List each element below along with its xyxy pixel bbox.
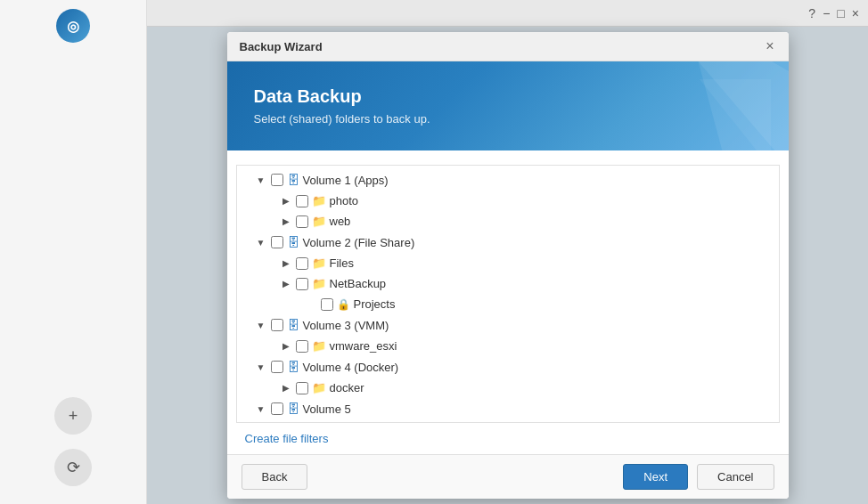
item-label: Volume 5 [303,402,351,416]
item-label: photo [330,194,359,207]
expand-icon[interactable]: ▶ [280,195,292,207]
volume-icon: 🗄 [287,173,299,187]
add-button[interactable]: + [54,397,92,435]
item-label: Volume 4 (Docker) [303,361,399,374]
tree-item: 🔒 Projects [255,294,770,314]
volume-icon: 🗄 [287,360,299,374]
item-label: Volume 1 (Apps) [303,174,389,187]
tree-checkbox[interactable] [271,174,283,186]
expand-icon[interactable]: ▶ [280,278,292,290]
expand-icon[interactable]: ▼ [255,236,267,248]
history-button[interactable]: ⟳ [54,449,92,486]
folder-tree[interactable]: ▼ 🗄 Volume 1 (Apps) ▶ 📁 photo ▶ [236,165,780,423]
tree-item: ▶ 📁 NetBackup [255,273,770,294]
modal-titlebar: Backup Wizard × [227,32,789,61]
expand-icon[interactable]: ▼ [255,174,267,186]
tree-checkbox[interactable] [271,361,283,373]
volume-icon: 🗄 [287,318,299,332]
item-label: Volume 3 (VMM) [303,319,389,332]
tree-item: ▶ 📁 photo [255,191,770,211]
help-icon[interactable]: ? [808,6,815,20]
tree-item: ▼ 🗄 Volume 4 (Docker) [255,356,770,378]
item-label: Projects [354,297,396,311]
app-logo: ◎ [56,9,90,43]
maximize-icon[interactable]: □ [837,6,844,20]
tree-checkbox[interactable] [296,340,308,353]
volume-icon: 🗄 [287,402,299,416]
tree-checkbox[interactable] [296,278,308,290]
topbar: ? − □ × [147,0,868,27]
folder-icon: 📁 [312,339,326,353]
folder-icon: 📁 [312,194,326,207]
create-file-filters-link[interactable]: Create file filters [245,432,329,445]
close-icon[interactable]: × [852,6,859,20]
history-icon: ⟳ [67,458,80,477]
tree-checkbox[interactable] [296,215,308,228]
tree-item: ▼ 🗄 Volume 5 [255,398,770,419]
back-button[interactable]: Back [242,464,308,490]
tree-item: ▶ 📁 web [255,211,770,232]
tree-item: ▼ 🗄 Volume 1 (Apps) [255,169,770,191]
modal-footer: Back Next Cancel [227,454,789,499]
cancel-button[interactable]: Cancel [697,464,774,490]
tree-checkbox[interactable] [296,257,308,270]
tree-checkbox[interactable] [296,382,308,394]
next-button[interactable]: Next [623,464,688,490]
footer-right: Next Cancel [623,464,774,490]
desktop: ◎ + ⟳ ? − □ × Backup Wizard × [0,0,868,504]
item-label: web [330,215,351,228]
expand-icon[interactable]: ▼ [255,402,267,415]
tree-item: ▼ 🗄 Volume 3 (VMM) [255,314,770,336]
tree-item: ▶ 📁 Files [255,253,770,273]
tree-item: ▼ 🗄 Volume 2 (File Share) [255,232,770,253]
tree-item: ▶ 📁 vmware_esxi [255,336,770,356]
expand-icon[interactable]: ▶ [280,382,292,394]
expand-icon[interactable]: ▶ [280,340,292,353]
tree-checkbox[interactable] [271,319,283,331]
modal-header: Data Backup Select (shared) folders to b… [227,61,789,150]
folder-icon: 📁 [312,381,326,394]
item-label: docker [330,381,364,394]
logo-icon: ◎ [67,18,79,35]
expand-icon[interactable]: ▶ [280,257,292,270]
create-filter-section: Create file filters [227,423,789,454]
folder-icon: 📁 [312,277,326,290]
expand-icon[interactable]: ▶ [280,215,292,228]
tree-checkbox[interactable] [296,195,308,207]
item-label: NetBackup [330,277,387,290]
tree-checkbox[interactable] [271,402,283,415]
volume-icon: 🗄 [287,235,299,249]
lock-icon: 🔒 [337,298,350,311]
minimize-icon[interactable]: − [823,6,830,20]
item-label: vmware_esxi [330,339,397,353]
footer-left: Back [242,464,308,490]
item-label: Files [330,256,354,270]
modal-content: ▼ 🗄 Volume 1 (Apps) ▶ 📁 photo ▶ [227,150,789,454]
item-label: Volume 2 (File Share) [303,236,415,249]
plus-icon: + [69,407,78,426]
modal-overlay: Backup Wizard × Data Backup Select (shar… [147,27,868,504]
modal-title: Backup Wizard [240,40,323,53]
folder-icon: 📁 [312,215,326,228]
tree-item: ▶ 📁 docker [255,378,770,398]
backup-wizard-modal: Backup Wizard × Data Backup Select (shar… [227,32,789,499]
header-decoration [628,61,789,150]
modal-close-button[interactable]: × [764,39,775,53]
expand-icon[interactable]: ▼ [255,319,267,331]
tree-checkbox[interactable] [271,236,283,248]
tree-checkbox[interactable] [321,298,333,311]
sidebar: ◎ + ⟳ [0,0,147,504]
sidebar-bottom: + ⟳ [0,397,146,486]
expand-icon[interactable]: ▼ [255,361,267,373]
folder-icon: 📁 [312,256,326,270]
